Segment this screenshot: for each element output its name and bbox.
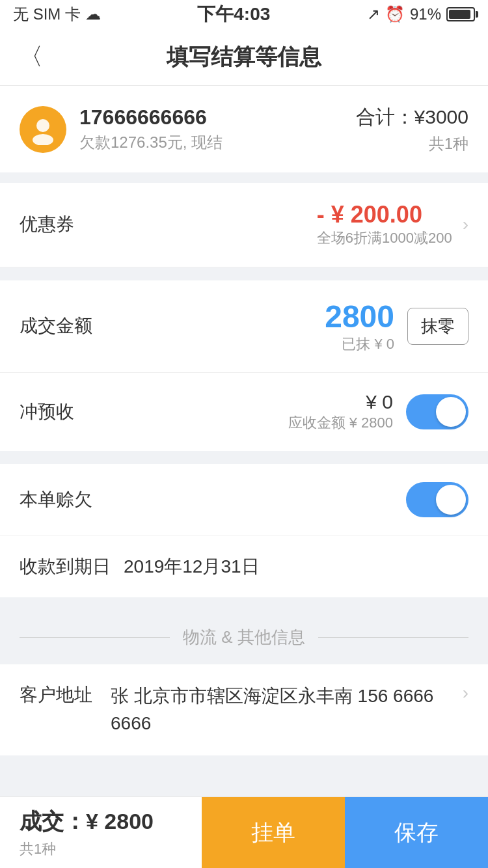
due-date-label: 收款到期日	[20, 554, 111, 579]
bottom-deal-text: 成交：¥ 2800	[20, 807, 182, 837]
prepay-main: ¥ 0	[288, 391, 393, 413]
address-row[interactable]: 客户地址 张 北京市市辖区海淀区永丰南 156 6666 6666 ›	[0, 664, 488, 755]
logistics-text: 物流 & 其他信息	[170, 626, 318, 649]
coupon-label: 优惠券	[20, 212, 74, 237]
logistics-divider: 物流 & 其他信息	[0, 610, 488, 664]
amount-value-sub: 已抹 ¥ 0	[325, 334, 394, 354]
back-button[interactable]: 〈	[13, 34, 49, 79]
logistics-line-right	[318, 637, 468, 638]
coupon-row[interactable]: 优惠券 - ¥ 200.00 全场6折满1000减200 ›	[0, 183, 488, 267]
deal-amount-right: 2800 已抹 ¥ 0 抹零	[325, 299, 468, 354]
round-button[interactable]: 抹零	[407, 308, 468, 345]
status-bar-right: ↗ ⏰ 91%	[367, 5, 475, 23]
prepay-row: 冲预收 ¥ 0 应收金额 ¥ 2800	[0, 373, 488, 451]
amount-section: 成交金额 2800 已抹 ¥ 0 抹零 冲预收 ¥ 0 应收金额 ¥ 2800	[0, 280, 488, 451]
bottom-deal-label: 成交：	[20, 809, 86, 834]
total-amount: 合计：¥3000	[356, 104, 468, 131]
svg-point-0	[36, 119, 49, 132]
amount-value-main: 2800	[325, 299, 394, 334]
toggle-knob	[436, 397, 466, 427]
prepay-right: ¥ 0 应收金额 ¥ 2800	[288, 391, 468, 433]
sim-label: 无 SIM 卡 ☁	[13, 4, 101, 25]
chevron-right-icon: ›	[463, 214, 468, 235]
customer-phone: 17666666666	[79, 105, 223, 129]
battery-percent: 91%	[410, 5, 441, 23]
coupon-right: - ¥ 200.00 全场6折满1000减200 ›	[317, 201, 468, 249]
address-chevron-icon: ›	[463, 683, 468, 703]
bottom-deal-amount: ¥ 2800	[86, 809, 154, 834]
page-title: 填写结算等信息	[167, 42, 321, 72]
debt-toggle-knob	[436, 485, 466, 515]
due-date-row: 收款到期日 2019年12月31日	[0, 536, 488, 597]
deal-amount-row: 成交金额 2800 已抹 ¥ 0 抹零	[0, 280, 488, 373]
deal-amount-label: 成交金额	[20, 314, 92, 338]
customer-total: 合计：¥3000 共1种	[356, 104, 468, 154]
location-icon: ↗	[367, 5, 380, 23]
logistics-line-left	[20, 637, 170, 638]
debt-label: 本单赊欠	[20, 487, 92, 512]
status-bar-left: 无 SIM 卡 ☁	[13, 4, 101, 25]
battery-icon	[446, 7, 475, 21]
status-bar-time: 下午4:03	[197, 2, 270, 27]
prepay-sub: 应收金额 ¥ 2800	[288, 413, 393, 433]
debt-row: 本单赊欠	[0, 464, 488, 536]
divider-1	[0, 267, 488, 280]
avatar	[20, 106, 66, 153]
prepay-label: 冲预收	[20, 400, 74, 424]
hold-button[interactable]: 挂单	[202, 797, 345, 869]
content-area: 17666666666 欠款1276.35元, 现结 合计：¥3000 共1种 …	[0, 86, 488, 868]
coupon-discount: - ¥ 200.00	[317, 201, 452, 228]
status-bar: 无 SIM 卡 ☁ 下午4:03 ↗ ⏰ 91%	[0, 0, 488, 29]
debt-toggle[interactable]	[406, 482, 468, 517]
address-label: 客户地址	[20, 683, 98, 707]
alarm-icon: ⏰	[385, 5, 405, 23]
bottom-deal-count: 共1种	[20, 839, 182, 859]
bottom-summary: 成交：¥ 2800 共1种	[0, 807, 202, 859]
bottom-bar: 成交：¥ 2800 共1种 挂单 保存	[0, 796, 488, 868]
address-value: 张 北京市市辖区海淀区永丰南 156 6666 6666	[111, 683, 446, 737]
save-button[interactable]: 保存	[345, 797, 488, 869]
svg-point-1	[33, 134, 53, 145]
customer-info: 17666666666 欠款1276.35元, 现结	[20, 105, 223, 153]
divider-3	[0, 597, 488, 610]
nav-bar: 〈 填写结算等信息	[0, 29, 488, 86]
coupon-desc: 全场6折满1000减200	[317, 228, 452, 249]
due-date-value: 2019年12月31日	[124, 554, 260, 579]
total-count: 共1种	[356, 133, 468, 154]
prepay-toggle[interactable]	[406, 394, 468, 429]
customer-detail: 17666666666 欠款1276.35元, 现结	[79, 105, 223, 153]
customer-sub: 欠款1276.35元, 现结	[79, 132, 223, 153]
divider-2	[0, 451, 488, 464]
amount-value-group: 2800 已抹 ¥ 0	[325, 299, 394, 354]
customer-card: 17666666666 欠款1276.35元, 现结 合计：¥3000 共1种	[0, 86, 488, 172]
prepay-values: ¥ 0 应收金额 ¥ 2800	[288, 391, 393, 433]
